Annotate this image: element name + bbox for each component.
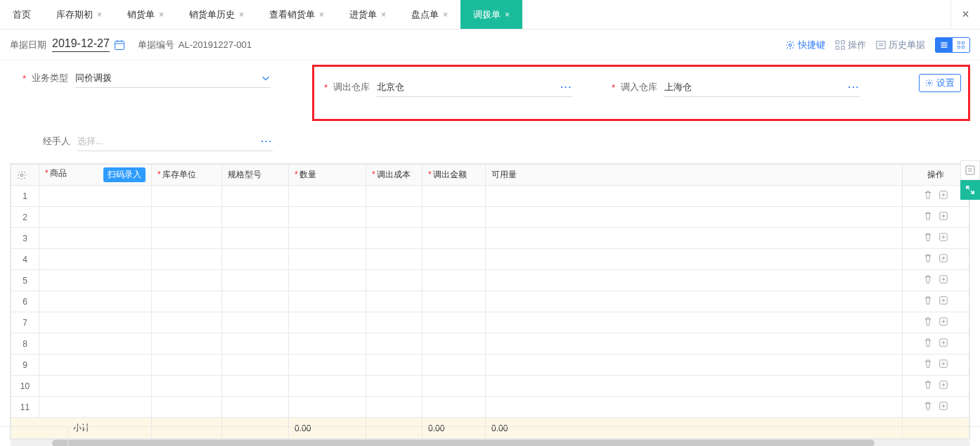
scan-entry-button[interactable]: 扫码录入 [103, 167, 146, 182]
cell-spec[interactable] [222, 270, 289, 291]
cell-available[interactable] [486, 207, 903, 228]
cell-out-cost[interactable] [366, 207, 423, 228]
cell-spec[interactable] [222, 249, 289, 270]
cell-qty[interactable] [289, 376, 366, 397]
delete-row-icon[interactable] [923, 253, 933, 263]
cell-available[interactable] [486, 355, 903, 376]
side-expand-icon[interactable] [960, 180, 980, 200]
tab-close-icon[interactable]: × [505, 10, 510, 20]
tab-transfer[interactable]: 调拨单× [460, 0, 522, 29]
delete-row-icon[interactable] [923, 401, 933, 411]
cell-qty[interactable] [289, 312, 366, 333]
table-row[interactable]: 4 [11, 249, 969, 270]
cell-product[interactable] [39, 312, 152, 333]
cell-out-cost[interactable] [366, 249, 423, 270]
delete-row-icon[interactable] [923, 232, 933, 242]
tab-close-icon[interactable]: × [97, 10, 102, 20]
cell-spec[interactable] [222, 228, 289, 249]
cell-spec[interactable] [222, 333, 289, 355]
tab-sales-history[interactable]: 销货单历史× [176, 0, 257, 29]
add-row-icon[interactable] [939, 211, 948, 221]
cell-product[interactable] [39, 186, 152, 207]
cell-qty[interactable] [289, 355, 366, 376]
add-row-icon[interactable] [939, 359, 948, 369]
cell-unit[interactable] [152, 270, 222, 291]
cell-qty[interactable] [289, 333, 366, 355]
handler-select[interactable]: 选择... ··· [77, 132, 273, 151]
table-row[interactable]: 3 [11, 228, 969, 249]
in-warehouse-select[interactable]: 上海仓 ··· [664, 78, 860, 97]
cell-available[interactable] [486, 312, 903, 333]
cell-qty[interactable] [289, 397, 366, 418]
out-warehouse-select[interactable]: 北京仓 ··· [377, 78, 572, 97]
cell-qty[interactable] [289, 270, 366, 291]
cell-unit[interactable] [152, 228, 222, 249]
view-grid-icon[interactable] [953, 38, 969, 52]
table-row[interactable]: 1 [11, 186, 969, 207]
add-row-icon[interactable] [939, 317, 948, 326]
cell-out-cost[interactable] [366, 270, 423, 291]
cell-unit[interactable] [152, 397, 222, 418]
cell-out-cost[interactable] [366, 397, 423, 418]
cell-out-cost[interactable] [366, 333, 423, 355]
cell-product[interactable] [39, 355, 152, 376]
operate-link[interactable]: 操作 [835, 39, 866, 51]
cell-out-cost[interactable] [366, 312, 423, 333]
cell-available[interactable] [486, 270, 903, 291]
cell-out-amount[interactable] [423, 207, 486, 228]
cell-out-amount[interactable] [423, 291, 486, 312]
cell-out-amount[interactable] [423, 186, 486, 207]
cell-spec[interactable] [222, 207, 289, 228]
cell-product[interactable] [39, 291, 152, 312]
cell-out-amount[interactable] [423, 249, 486, 270]
cell-out-cost[interactable] [366, 228, 423, 249]
cell-out-amount[interactable] [423, 228, 486, 249]
cell-product[interactable] [39, 249, 152, 270]
add-row-icon[interactable] [939, 232, 948, 242]
tab-home[interactable]: 首页 [0, 0, 44, 29]
side-notes-icon[interactable] [960, 160, 980, 180]
table-row[interactable]: 11 [11, 397, 969, 418]
cell-qty[interactable] [289, 228, 366, 249]
cell-product[interactable] [39, 270, 152, 291]
tabs-close-all-icon[interactable]: × [950, 0, 980, 29]
cell-spec[interactable] [222, 397, 289, 418]
delete-row-icon[interactable] [923, 211, 933, 221]
add-row-icon[interactable] [939, 338, 948, 348]
settings-button[interactable]: 设置 [919, 74, 961, 92]
history-link[interactable]: 历史单据 [876, 39, 925, 51]
tab-close-icon[interactable]: × [239, 10, 244, 20]
table-row[interactable]: 2 [11, 207, 969, 228]
cell-unit[interactable] [152, 249, 222, 270]
add-row-icon[interactable] [939, 253, 948, 263]
cell-out-amount[interactable] [423, 333, 486, 355]
tab-close-icon[interactable]: × [443, 10, 448, 20]
cell-available[interactable] [486, 376, 903, 397]
calendar-icon[interactable] [114, 39, 125, 51]
cell-qty[interactable] [289, 186, 366, 207]
cell-unit[interactable] [152, 186, 222, 207]
delete-row-icon[interactable] [923, 190, 933, 200]
cell-out-cost[interactable] [366, 355, 423, 376]
delete-row-icon[interactable] [923, 359, 933, 369]
cell-out-amount[interactable] [423, 397, 486, 418]
cell-product[interactable] [39, 207, 152, 228]
cell-qty[interactable] [289, 207, 366, 228]
cell-unit[interactable] [152, 355, 222, 376]
cell-out-amount[interactable] [423, 355, 486, 376]
tab-close-icon[interactable]: × [381, 10, 386, 20]
more-icon[interactable]: ··· [261, 136, 273, 146]
date-input[interactable]: 2019-12-27 [52, 37, 110, 52]
delete-row-icon[interactable] [923, 338, 933, 348]
cell-unit[interactable] [152, 291, 222, 312]
table-row[interactable]: 7 [11, 312, 969, 333]
cell-out-amount[interactable] [423, 376, 486, 397]
cell-out-cost[interactable] [366, 291, 423, 312]
tab-stocktake[interactable]: 盘点单× [399, 0, 460, 29]
cell-available[interactable] [486, 228, 903, 249]
more-icon[interactable]: ··· [560, 82, 572, 92]
cell-available[interactable] [486, 397, 903, 418]
cell-unit[interactable] [152, 207, 222, 228]
cell-product[interactable] [39, 376, 152, 397]
cell-qty[interactable] [289, 249, 366, 270]
